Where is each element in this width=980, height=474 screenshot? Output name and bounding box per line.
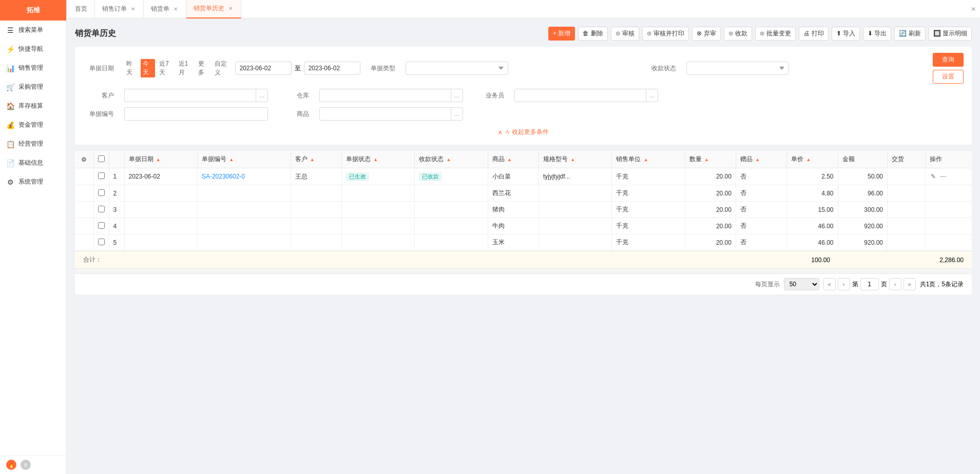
tab-sales-history[interactable]: 销货单历史 ✕ <box>186 0 241 18</box>
shortcut-today[interactable]: 今天 <box>141 59 155 77</box>
th-gift[interactable]: 赠品 ▲ <box>736 151 786 168</box>
page-size-select[interactable]: 50 20 100 <box>784 278 819 290</box>
pay-status-badge: 已收款 <box>419 172 442 181</box>
sidebar-item-label: 销售管理 <box>18 64 43 72</box>
collapse-button[interactable]: ∧ ∧ 收起更多条件 <box>83 126 964 139</box>
sidebar-item-search-menu[interactable]: ☰ 搜索菜单 <box>0 21 66 40</box>
doc-no-input[interactable] <box>125 109 267 119</box>
cell-settings <box>75 185 93 202</box>
query-button[interactable]: 查询 <box>933 53 964 67</box>
toolbar-collect-btn[interactable]: ⊙ 收款 <box>724 27 752 41</box>
th-qty[interactable]: 数量 ▲ <box>685 151 736 168</box>
setting-button[interactable]: 设置 <box>933 70 964 84</box>
sidebar-item-capital[interactable]: 💰 资金管理 <box>0 115 66 134</box>
shortcut-7days[interactable]: 近7天 <box>157 59 175 77</box>
th-doc-date[interactable]: 单据日期 ▲ <box>124 151 197 168</box>
tab-home[interactable]: 首页 <box>71 0 95 18</box>
sidebar-item-ops[interactable]: 📋 经营管理 <box>0 134 66 153</box>
customer-more-btn[interactable]: ... <box>256 89 267 102</box>
sidebar-item-base-info[interactable]: 📄 基础信息 <box>0 153 66 172</box>
toolbar-import-btn[interactable]: ⬆ 导入 <box>832 27 860 41</box>
toolbar-print-btn[interactable]: 🖨 打印 <box>799 27 828 41</box>
toolbar-audit-print-btn[interactable]: ⊙ 审核并打印 <box>642 27 689 41</box>
edit-icon[interactable]: ✎ <box>930 172 937 181</box>
th-customer[interactable]: 客户 ▲ <box>291 151 341 168</box>
warehouse-input[interactable] <box>320 90 451 101</box>
sidebar-item-sys-mgmt[interactable]: ⚙ 系统管理 <box>0 172 66 191</box>
toolbar-audit-btn[interactable]: ⊙ 审核 <box>611 27 639 41</box>
doc-type-select[interactable] <box>406 62 508 75</box>
date-from-input[interactable] <box>235 62 292 75</box>
toolbar-delete-btn[interactable]: 🗑 删除 <box>578 27 607 41</box>
shortcut-yesterday[interactable]: 昨天 <box>124 59 139 77</box>
th-price[interactable]: 单价 ▲ <box>787 151 838 168</box>
sidebar-footer-fire[interactable]: 🔥 <box>6 460 16 470</box>
cell-doc-status <box>341 234 414 251</box>
tab-sales-delivery[interactable]: 销货单 ✕ <box>144 0 186 18</box>
page-number-input[interactable] <box>860 278 879 290</box>
toolbar-refresh-btn[interactable]: 🔄 刷新 <box>894 27 925 41</box>
tab-sales-history-close[interactable]: ✕ <box>227 5 234 12</box>
prev-page-btn[interactable]: ‹ <box>838 278 850 290</box>
th-settings[interactable]: ⚙ <box>75 151 93 168</box>
row-checkbox[interactable] <box>98 189 105 196</box>
shortcut-more[interactable]: 更多 <box>196 59 210 77</box>
select-all-checkbox[interactable] <box>98 155 105 162</box>
cell-goods: 小白菜 <box>488 168 539 185</box>
row-checkbox[interactable] <box>98 222 105 229</box>
salesperson-input[interactable] <box>515 90 646 101</box>
horizontal-scrollbar[interactable] <box>75 268 972 273</box>
date-to-input[interactable] <box>304 62 360 75</box>
customer-input[interactable] <box>125 90 256 101</box>
sidebar-item-purchase-mgmt[interactable]: 🛒 采购管理 <box>0 77 66 96</box>
cell-checkbox <box>93 234 109 251</box>
goods-more-btn[interactable]: ... <box>451 108 463 120</box>
row-checkbox[interactable] <box>98 172 105 179</box>
row-checkbox[interactable] <box>98 239 105 245</box>
toolbar: + 新增 🗑 删除 ⊙ 审核 ⊙ 审核并打印 ⊗ 弃审 ⊙ 收款 ⊙ 批量变更 … <box>548 27 972 41</box>
th-index <box>109 151 124 168</box>
th-doc-status[interactable]: 单据状态 ▲ <box>341 151 414 168</box>
th-doc-no[interactable]: 单据编号 ▲ <box>197 151 291 168</box>
row-checkbox[interactable] <box>98 206 105 212</box>
sidebar-item-inventory[interactable]: 🏠 库存核算 <box>0 96 66 115</box>
sys-icon: ⚙ <box>6 178 14 186</box>
shortcut-custom[interactable]: 自定义 <box>213 59 232 77</box>
th-checkbox <box>93 151 109 168</box>
tab-sales-order[interactable]: 销售订单 ✕ <box>95 0 144 18</box>
first-page-btn[interactable]: « <box>823 278 836 290</box>
warehouse-more-btn[interactable]: ... <box>451 89 463 102</box>
cell-doc-date <box>124 234 197 251</box>
doc-type-label: 单据类型 <box>371 64 395 73</box>
th-goods[interactable]: 商品 ▲ <box>488 151 539 168</box>
th-pay-status[interactable]: 收款状态 ▲ <box>415 151 488 168</box>
tab-sales-order-close[interactable]: ✕ <box>130 6 136 12</box>
salesperson-more-btn[interactable]: ... <box>646 89 658 102</box>
th-spec[interactable]: 规格型号 ▲ <box>539 151 611 168</box>
doc-no-link[interactable]: SA-20230602-0 <box>202 173 245 180</box>
toolbar-export-btn[interactable]: ⬇ 导出 <box>863 27 891 41</box>
last-page-btn[interactable]: » <box>904 278 916 290</box>
sidebar-item-sales-mgmt[interactable]: 📊 销售管理 <box>0 58 66 77</box>
cell-price: 46.00 <box>787 234 838 251</box>
tab-sales-delivery-close[interactable]: ✕ <box>172 6 179 12</box>
toolbar-new-btn[interactable]: + 新增 <box>548 27 575 41</box>
toolbar-abandon-btn[interactable]: ⊗ 弃审 <box>692 27 720 41</box>
sidebar-footer-pause[interactable]: ⏸ <box>21 460 31 470</box>
date-label: 单据日期 <box>83 64 114 73</box>
cell-settings <box>75 234 93 251</box>
more-icon[interactable]: ⋯ <box>939 172 947 181</box>
shortcut-1month[interactable]: 近1月 <box>177 59 194 77</box>
cell-doc-date <box>124 185 197 202</box>
sidebar-item-quick-nav[interactable]: ⚡ 快捷导航 <box>0 40 66 58</box>
toolbar-show-detail-btn[interactable]: 🔲 显示明细 <box>929 27 972 41</box>
goods-input[interactable] <box>320 109 451 119</box>
th-unit[interactable]: 销售单位 ▲ <box>612 151 685 168</box>
footer-total-qty: 100.00 <box>789 256 830 264</box>
collapse-label: ∧ 收起更多条件 <box>505 128 548 136</box>
toolbar-batch-change-btn[interactable]: ⊙ 批量变更 <box>755 27 796 41</box>
tab-bar-close[interactable]: ✕ <box>971 6 976 13</box>
cell-customer <box>291 185 341 202</box>
next-page-btn[interactable]: › <box>889 278 901 290</box>
payment-status-select[interactable] <box>686 62 789 75</box>
